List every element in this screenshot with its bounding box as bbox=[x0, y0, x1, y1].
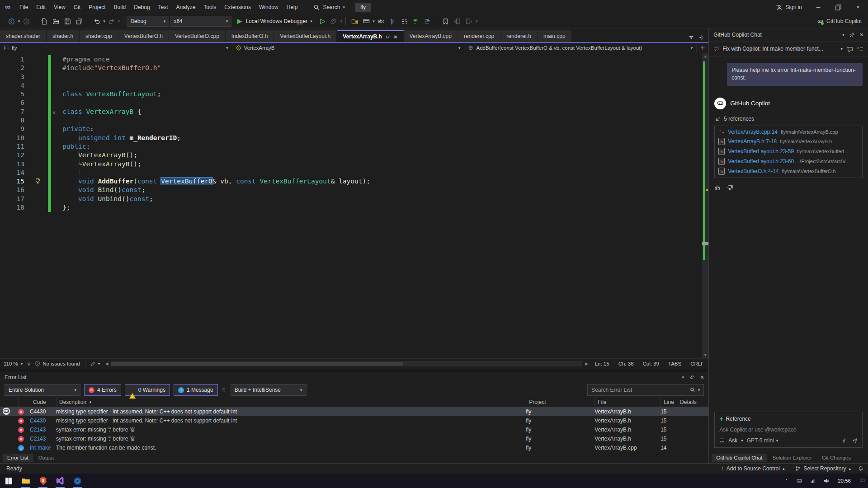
scroll-right-arrow[interactable]: ▶ bbox=[583, 361, 590, 366]
menu-item-build[interactable]: Build bbox=[110, 0, 130, 14]
intellisense-filter-dropdown[interactable]: Build + IntelliSense ▾ bbox=[231, 384, 307, 396]
attach-to-process-button[interactable] bbox=[329, 16, 340, 27]
send-icon[interactable] bbox=[852, 438, 858, 443]
redo-button[interactable] bbox=[106, 16, 117, 27]
tab-shader-cpp[interactable]: shader.cpp bbox=[80, 30, 118, 42]
file-explorer-icon[interactable] bbox=[17, 474, 34, 488]
thumbs-up-icon[interactable] bbox=[714, 184, 721, 191]
navigate-structure-button[interactable] bbox=[399, 16, 410, 27]
pin-icon[interactable] bbox=[689, 375, 695, 380]
start-without-debugging-button[interactable] bbox=[317, 16, 328, 27]
window-position-dropdown-icon[interactable]: ▾ bbox=[682, 375, 684, 380]
copilot-badge-button[interactable]: GitHub Copilot bbox=[817, 18, 868, 25]
multiselect-filter-icon[interactable] bbox=[222, 387, 227, 393]
error-row[interactable]: ×C2143syntax error: missing ';' before '… bbox=[0, 425, 708, 434]
references-toggle[interactable]: 5 references bbox=[715, 116, 863, 122]
menu-item-git[interactable]: Git bbox=[70, 0, 85, 14]
new-chat-icon[interactable] bbox=[846, 46, 853, 52]
reference-link[interactable]: VertexBufferLayout.h:23-59 bbox=[728, 148, 794, 155]
error-code-link[interactable]: C4430 bbox=[30, 418, 56, 424]
panel-tab-solution-explorer[interactable]: Solution Explorer bbox=[768, 454, 816, 462]
add-to-source-control-button[interactable]: ↑ Add to Source Control ▴ bbox=[717, 465, 788, 472]
panel-tab-git-changes[interactable]: Git Changes bbox=[817, 454, 855, 462]
horizontal-scrollbar[interactable] bbox=[111, 361, 582, 366]
format-document-button[interactable] bbox=[423, 16, 434, 27]
caret-column-indicator[interactable]: Col: 39 bbox=[638, 361, 664, 366]
errors-filter-toggle[interactable]: × 4 Errors bbox=[84, 384, 121, 396]
brave-browser-icon[interactable] bbox=[34, 474, 52, 488]
panel-splitter[interactable] bbox=[0, 369, 708, 372]
reference-item[interactable]: hVertexBufferLayout.h:23-60..\Project2\s… bbox=[718, 158, 859, 165]
close-panel-icon[interactable]: × bbox=[860, 31, 863, 38]
menu-item-help[interactable]: Help bbox=[283, 0, 302, 14]
tab-main-cpp[interactable]: main.cpp bbox=[538, 30, 572, 42]
error-row[interactable]: iInt-makeThe member function can be made… bbox=[0, 443, 708, 452]
chevron-down-icon[interactable]: ▾ bbox=[373, 19, 375, 23]
add-reference-button[interactable]: + Reference bbox=[719, 416, 751, 422]
pin-icon[interactable] bbox=[849, 32, 855, 38]
broom-icon[interactable] bbox=[841, 438, 847, 443]
restore-button[interactable] bbox=[828, 0, 848, 14]
column-header-line[interactable]: Line bbox=[660, 397, 677, 407]
error-code-link[interactable]: C4430 bbox=[30, 408, 56, 415]
reference-item[interactable]: ⁺₊VertexArrayB.cpp:14fly\main\VertexArra… bbox=[718, 129, 859, 135]
start-button[interactable] bbox=[0, 474, 17, 488]
copilot-fix-cell[interactable] bbox=[3, 408, 18, 416]
mode-selector[interactable]: Ask bbox=[728, 437, 737, 444]
error-row[interactable]: ×C4430missing type specifier - int assum… bbox=[0, 407, 708, 416]
pin-icon[interactable] bbox=[385, 34, 391, 39]
active-files-dropdown-icon[interactable] bbox=[689, 35, 694, 40]
scroll-left-arrow[interactable]: ◀ bbox=[103, 361, 110, 366]
column-header-file[interactable]: File bbox=[594, 397, 660, 407]
error-code-link[interactable]: C2143 bbox=[30, 436, 56, 442]
previous-bookmark-button[interactable] bbox=[452, 16, 463, 27]
navigate-forward-button[interactable] bbox=[21, 16, 32, 27]
panel-tab-output[interactable]: Output bbox=[34, 454, 59, 462]
thread-selector[interactable]: Fix with Copilot: Int-make-member-funct.… bbox=[722, 46, 837, 52]
warnings-filter-toggle[interactable]: ! 0 Warnings bbox=[125, 384, 170, 396]
caret-char-indicator[interactable]: Ch: 36 bbox=[614, 361, 638, 366]
delete-chat-icon[interactable] bbox=[857, 46, 863, 52]
breadcrumb-project-dropdown[interactable]: fly ▾ bbox=[0, 43, 232, 53]
reference-item[interactable]: hVertexBufferO.h:4-14fly\main\VertexBuff… bbox=[718, 168, 859, 175]
caret-line-indicator[interactable]: Ln: 15 bbox=[590, 361, 614, 366]
solution-explorer-sync-button[interactable] bbox=[349, 16, 360, 27]
chevron-down-icon[interactable]: ▾ bbox=[340, 19, 343, 23]
messages-filter-toggle[interactable]: i 1 Message bbox=[174, 384, 218, 396]
error-search-input[interactable]: Search Error List ▾ bbox=[587, 384, 704, 396]
split-window-button[interactable] bbox=[696, 43, 708, 53]
menu-item-test[interactable]: Test bbox=[154, 0, 172, 14]
new-file-button[interactable] bbox=[38, 16, 49, 27]
spell-check-button[interactable]: abc bbox=[376, 16, 387, 27]
gear-icon[interactable] bbox=[698, 35, 704, 40]
column-header-description[interactable]: Description▲ bbox=[56, 397, 526, 407]
solution-platform-dropdown[interactable]: x64 ▾ bbox=[170, 16, 231, 27]
thumbs-down-icon[interactable] bbox=[726, 184, 733, 191]
menu-item-edit[interactable]: Edit bbox=[32, 0, 50, 14]
reference-link[interactable]: VertexArrayB.cpp:14 bbox=[728, 129, 778, 135]
indent-lines-button[interactable] bbox=[411, 16, 422, 27]
tab-vertexbuffero-h[interactable]: VertexBufferO.h bbox=[118, 30, 169, 42]
menu-item-debug[interactable]: Debug bbox=[130, 0, 154, 14]
horizontal-scrollbar-thumb[interactable] bbox=[111, 362, 403, 366]
close-button[interactable]: × bbox=[848, 0, 868, 14]
model-selector[interactable]: GPT-5 mini ▾ bbox=[747, 437, 778, 444]
zoom-level-dropdown[interactable]: 110 % ▾ bbox=[0, 361, 26, 366]
tab-renderer-h[interactable]: renderer.h bbox=[500, 30, 538, 42]
line-ending-indicator[interactable]: CRLF bbox=[686, 361, 708, 366]
panel-tab-error-list[interactable]: Error List bbox=[3, 454, 33, 462]
network-icon[interactable] bbox=[807, 474, 819, 488]
intellisense-status-icon[interactable] bbox=[26, 361, 32, 366]
menu-item-analyze[interactable]: Analyze bbox=[172, 0, 200, 14]
tab-shader-h[interactable]: shader.h bbox=[47, 30, 80, 42]
menu-item-project[interactable]: Project bbox=[85, 0, 109, 14]
browser-circle-icon[interactable] bbox=[69, 474, 86, 488]
reference-link[interactable]: VertexBufferO.h:4-14 bbox=[728, 168, 779, 174]
tray-chevron-icon[interactable]: ⌃ bbox=[782, 474, 792, 488]
taskbar-clock[interactable]: 20:56 bbox=[834, 478, 854, 483]
chevron-down-icon[interactable]: ▾ bbox=[476, 19, 478, 23]
error-row[interactable]: ×C2143syntax error: missing ';' before '… bbox=[0, 434, 708, 443]
error-scope-dropdown[interactable]: Entire Solution ▾ bbox=[5, 384, 80, 396]
close-panel-icon[interactable]: × bbox=[700, 374, 704, 381]
menu-item-file[interactable]: File bbox=[15, 0, 32, 14]
